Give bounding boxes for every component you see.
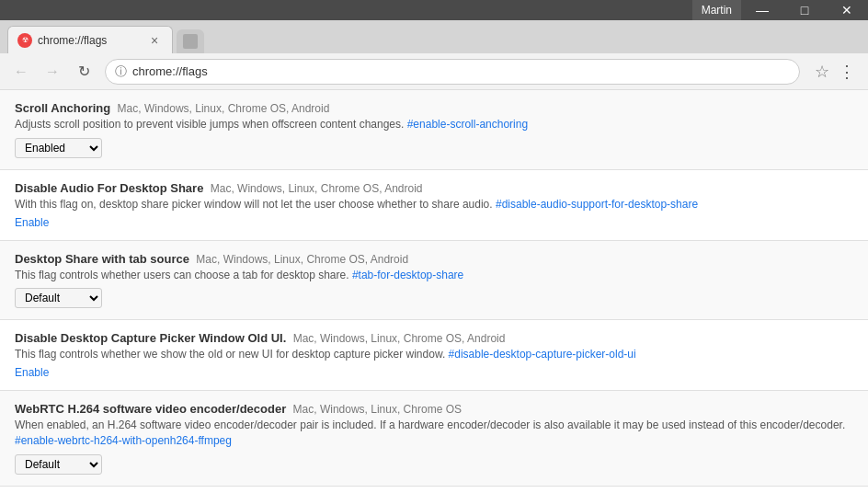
back-icon: ← <box>14 63 29 80</box>
inactive-tab-icon <box>183 34 198 49</box>
tab-title: chrome://flags <box>38 34 107 47</box>
address-text: chrome://flags <box>132 64 790 78</box>
flag-control: DefaultEnabledDisabled <box>15 138 853 158</box>
flag-title-row: Disable Desktop Capture Picker Window Ol… <box>15 331 853 345</box>
flag-description: With this flag on, desktop share picker … <box>15 197 853 212</box>
flag-item: WebRTC H.264 software video encoder/deco… <box>0 391 868 487</box>
flag-platforms: Mac, Windows, Linux, Chrome OS, Android <box>211 182 423 195</box>
flag-description: This flag controls whether users can cho… <box>15 268 853 283</box>
flag-item: Disable Audio For Desktop Share Mac, Win… <box>0 170 868 241</box>
flag-title-row: Scroll Anchoring Mac, Windows, Linux, Ch… <box>15 101 853 115</box>
flag-item: Autofill sync credential Mac, Windows, L… <box>0 487 868 493</box>
menu-icon: ⋮ <box>839 62 855 82</box>
flag-platforms: Mac, Windows, Linux, Chrome OS, Android <box>196 253 408 266</box>
flag-title-row: Desktop Share with tab source Mac, Windo… <box>15 252 853 266</box>
forward-icon: → <box>45 63 60 80</box>
window-controls: — □ ✕ <box>741 0 868 20</box>
flag-anchor-link[interactable]: #disable-audio-support-for-desktop-share <box>496 198 698 211</box>
active-tab[interactable]: ☢ chrome://flags × <box>7 26 173 53</box>
user-name: Martin <box>692 0 741 20</box>
tab-favicon-icon: ☢ <box>17 33 32 48</box>
flag-item: Desktop Share with tab source Mac, Windo… <box>0 241 868 321</box>
flag-enable-link[interactable]: Enable <box>15 366 853 379</box>
flag-platforms: Mac, Windows, Linux, Chrome OS, Android <box>118 102 330 115</box>
inactive-tab[interactable] <box>177 29 204 53</box>
tab-close-button[interactable]: × <box>146 32 163 49</box>
flag-title-row: WebRTC H.264 software video encoder/deco… <box>15 402 853 416</box>
flag-description: Adjusts scroll position to prevent visib… <box>15 117 853 132</box>
flag-title: Disable Audio For Desktop Share <box>15 181 203 195</box>
flag-item: Scroll Anchoring Mac, Windows, Linux, Ch… <box>0 90 868 170</box>
flag-select[interactable]: DefaultEnabledDisabled <box>15 288 102 308</box>
flag-title-row: Disable Audio For Desktop Share Mac, Win… <box>15 181 853 195</box>
flag-title: Desktop Share with tab source <box>15 252 189 266</box>
minimize-button[interactable]: — <box>741 0 783 20</box>
content-area: Scroll Anchoring Mac, Windows, Linux, Ch… <box>0 90 868 493</box>
flag-description: When enabled, an H.264 software video en… <box>15 418 853 449</box>
flag-title: Disable Desktop Capture Picker Window Ol… <box>15 331 286 345</box>
flag-select[interactable]: DefaultEnabledDisabled <box>15 138 102 158</box>
forward-button[interactable]: → <box>39 58 66 86</box>
flag-enable-link[interactable]: Enable <box>15 216 853 229</box>
bookmark-icon: ☆ <box>815 63 829 81</box>
flag-anchor-link[interactable]: #tab-for-desktop-share <box>352 269 463 281</box>
flag-select[interactable]: DefaultEnabledDisabled <box>15 454 102 475</box>
flag-anchor-link[interactable]: #disable-desktop-capture-picker-old-ui <box>449 348 636 361</box>
back-button[interactable]: ← <box>7 58 35 86</box>
tab-bar: ☢ chrome://flags × <box>0 20 868 53</box>
maximize-button[interactable]: □ <box>783 0 826 20</box>
flag-title: Scroll Anchoring <box>15 101 110 115</box>
reload-button[interactable]: ↻ <box>70 58 97 86</box>
flag-description: This flag controls whether we show the o… <box>15 347 853 362</box>
flag-anchor-link[interactable]: #enable-webrtc-h264-with-openh264-ffmpeg <box>15 434 232 447</box>
flag-item: Disable Desktop Capture Picker Window Ol… <box>0 320 868 391</box>
flag-platforms: Mac, Windows, Linux, Chrome OS, Android <box>293 332 506 345</box>
flag-platforms: Mac, Windows, Linux, Chrome OS <box>293 403 462 416</box>
address-info-icon: ⓘ <box>115 63 127 80</box>
bookmark-button[interactable]: ☆ <box>815 62 829 82</box>
flag-control: DefaultEnabledDisabled <box>15 454 853 475</box>
nav-bar: ← → ↻ ⓘ chrome://flags ☆ ⋮ <box>0 53 868 90</box>
flag-anchor-link[interactable]: #enable-scroll-anchoring <box>407 118 528 131</box>
flag-control: DefaultEnabledDisabled <box>15 288 853 308</box>
reload-icon: ↻ <box>78 63 90 80</box>
menu-button[interactable]: ⋮ <box>833 58 861 86</box>
address-bar[interactable]: ⓘ chrome://flags <box>105 59 800 85</box>
flag-title: WebRTC H.264 software video encoder/deco… <box>15 402 286 416</box>
title-bar: Martin — □ ✕ <box>0 0 868 20</box>
close-button[interactable]: ✕ <box>826 0 868 20</box>
